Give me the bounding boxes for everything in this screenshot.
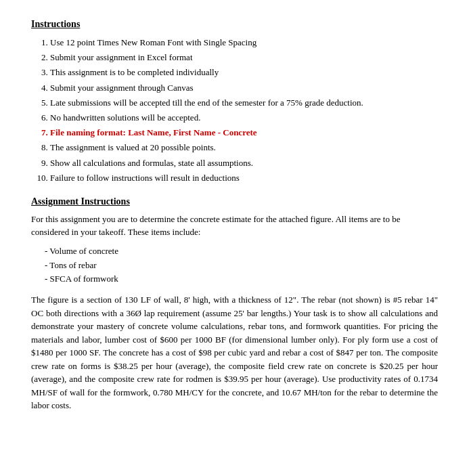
takeoff-item-rebar: Tons of rebar (45, 259, 438, 273)
takeoff-item-volume: Volume of concrete (45, 244, 438, 259)
list-item: Use 12 point Times New Roman Font with S… (50, 37, 438, 49)
list-item: The assignment is valued at 20 possible … (50, 142, 438, 154)
list-item: Submit your assignment in Excel format (50, 51, 438, 64)
assignment-body-text: The figure is a section of 130 LF of wal… (31, 293, 438, 412)
list-item: No handwritten solutions will be accepte… (50, 112, 438, 124)
list-item: Show all calculations and formulas, stat… (50, 157, 438, 169)
list-item: Submit your assignment through Canvas (50, 82, 438, 94)
assignment-intro: For this assignment you are to determine… (31, 213, 438, 239)
list-item: Failure to follow instructions will resu… (50, 172, 438, 184)
takeoff-items-list: Volume of concrete Tons of rebar SFCA of… (31, 244, 438, 286)
list-item: This assignment is to be completed indiv… (50, 66, 438, 79)
list-item: Late submissions will be accepted till t… (50, 97, 438, 109)
instructions-section: Instructions Use 12 point Times New Roma… (31, 19, 438, 184)
list-item-red: File naming format: Last Name, First Nam… (50, 127, 438, 139)
instructions-list: Use 12 point Times New Roman Font with S… (31, 37, 438, 184)
assignment-instructions-title: Assignment Instructions (31, 196, 438, 207)
instructions-title: Instructions (31, 19, 438, 30)
assignment-section: Assignment Instructions For this assignm… (31, 196, 438, 412)
takeoff-item-formwork: SFCA of formwork (45, 272, 438, 286)
